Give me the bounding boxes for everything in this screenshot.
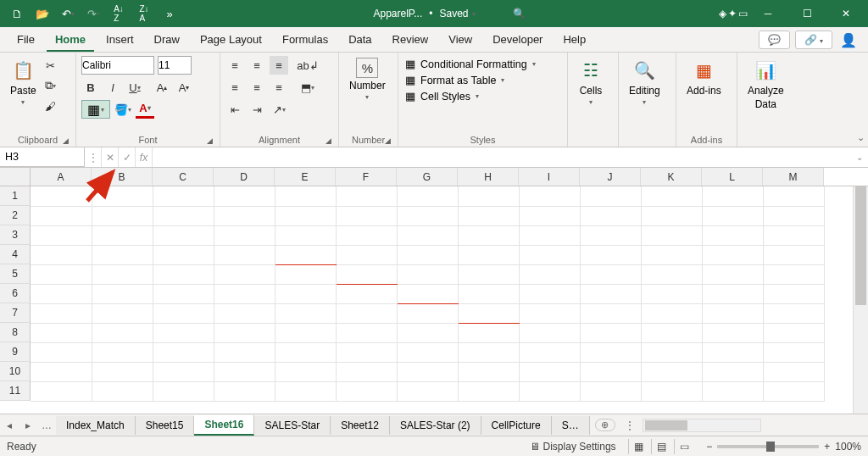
account-icon[interactable]: 👤 <box>837 32 860 48</box>
row-header[interactable]: 6 <box>0 284 31 303</box>
minimize-button[interactable]: ─ <box>749 1 787 26</box>
new-sheet-button[interactable]: ⊕ <box>595 419 615 431</box>
name-box[interactable] <box>0 147 85 167</box>
align-left-icon[interactable]: ≡ <box>225 78 244 97</box>
shrink-font-button[interactable]: A▾ <box>175 78 193 97</box>
grow-font-button[interactable]: A▴ <box>153 78 171 97</box>
increase-indent-icon[interactable]: ⇥ <box>248 100 266 119</box>
sheet-tab[interactable]: Sheet15 <box>136 416 195 435</box>
col-header[interactable]: C <box>153 168 214 186</box>
row-header[interactable]: 8 <box>0 323 31 342</box>
font-name-select[interactable] <box>81 56 154 75</box>
ribbon-display-icon[interactable]: ▭ <box>738 8 748 19</box>
new-file-icon[interactable]: 🗋 <box>7 3 27 24</box>
copy-icon[interactable]: ⧉▾ <box>42 76 60 95</box>
coming-soon-icon[interactable]: ✦ <box>728 8 737 19</box>
zoom-in-button[interactable]: + <box>824 441 830 453</box>
maximize-button[interactable]: ☐ <box>788 1 826 26</box>
sheet-tab[interactable]: S… <box>552 416 590 435</box>
paste-button[interactable]: 📋 Paste ▾ <box>5 56 42 108</box>
sheet-tab[interactable]: Sheet16 <box>194 415 254 436</box>
row-header[interactable]: 7 <box>0 303 31 323</box>
borders-button[interactable]: ▦▾ <box>81 100 110 119</box>
col-header[interactable]: E <box>275 168 336 186</box>
font-launcher-icon[interactable]: ◢ <box>207 136 213 145</box>
italic-button[interactable]: I <box>103 78 122 97</box>
analyze-data-button[interactable]: 📊AnalyzeData <box>743 56 789 112</box>
tab-view[interactable]: View <box>440 28 481 52</box>
save-state[interactable]: Saved ▾ <box>440 8 476 19</box>
col-header[interactable]: J <box>580 168 641 186</box>
col-header[interactable]: L <box>702 168 763 186</box>
editing-button[interactable]: 🔍Editing▾ <box>624 56 665 108</box>
row-header[interactable]: 2 <box>0 206 31 225</box>
format-as-table-button[interactable]: ▦Format as Table▾ <box>403 72 506 88</box>
orientation-icon[interactable]: ↗▾ <box>270 100 288 119</box>
vertical-scrollbar[interactable] <box>853 186 868 414</box>
tab-draw[interactable]: Draw <box>146 28 188 52</box>
clipboard-launcher-icon[interactable]: ◢ <box>63 136 69 145</box>
worksheet-grid[interactable]: A B C D E F G H I J K L M 1 2 3 4 5 6 7 … <box>0 168 868 414</box>
number-launcher-icon[interactable]: ◢ <box>385 136 391 145</box>
qat-overflow-icon[interactable]: » <box>159 3 180 24</box>
alignment-launcher-icon[interactable]: ◢ <box>326 136 331 145</box>
collapse-ribbon-icon[interactable]: ⌄ <box>857 132 865 143</box>
namebox-dropdown-icon[interactable]: ⋮ <box>85 147 102 167</box>
cells-button[interactable]: ☷Cells▾ <box>573 56 609 108</box>
decrease-indent-icon[interactable]: ⇤ <box>225 100 244 119</box>
tab-developer[interactable]: Developer <box>484 28 551 52</box>
col-header[interactable]: I <box>519 168 580 186</box>
row-header[interactable]: 1 <box>0 186 31 206</box>
zoom-level[interactable]: 100% <box>835 441 861 453</box>
col-header[interactable]: D <box>214 168 275 186</box>
select-all-corner[interactable] <box>0 168 31 186</box>
tab-page-layout[interactable]: Page Layout <box>192 28 270 52</box>
format-painter-icon[interactable]: 🖌 <box>42 97 60 115</box>
tab-help[interactable]: Help <box>554 28 594 52</box>
tab-split-handle[interactable]: ⋮ <box>620 419 639 431</box>
comments-button[interactable]: 💬 <box>759 31 790 49</box>
col-header[interactable]: H <box>458 168 519 186</box>
display-settings-button[interactable]: 🖥 Display Settings <box>530 441 615 453</box>
close-button[interactable]: ✕ <box>827 1 865 26</box>
align-bottom-icon[interactable]: ≡ <box>270 56 288 75</box>
normal-view-icon[interactable]: ▦ <box>628 439 648 454</box>
tab-formulas[interactable]: Formulas <box>274 28 337 52</box>
enter-formula-icon[interactable]: ✓ <box>119 147 136 167</box>
redo-icon[interactable]: ↷▾ <box>83 3 103 24</box>
row-header[interactable]: 5 <box>0 264 31 284</box>
sort-asc-icon[interactable]: A↓Z <box>108 3 129 24</box>
font-size-select[interactable] <box>158 56 192 75</box>
align-top-icon[interactable]: ≡ <box>225 56 244 75</box>
col-header[interactable]: F <box>336 168 397 186</box>
tab-data[interactable]: Data <box>340 28 380 52</box>
sheet-nav-next-icon[interactable]: ▸ <box>19 419 37 431</box>
cut-icon[interactable]: ✂ <box>42 56 60 75</box>
underline-button[interactable]: U▾ <box>125 78 144 97</box>
tab-insert[interactable]: Insert <box>97 28 142 52</box>
row-header[interactable]: 10 <box>0 362 31 381</box>
wrap-text-button[interactable]: ab↲ <box>298 56 317 75</box>
conditional-formatting-button[interactable]: ▦Conditional Formatting▾ <box>403 56 537 72</box>
zoom-out-button[interactable]: − <box>706 441 712 453</box>
sort-desc-icon[interactable]: Z↓A <box>134 3 154 24</box>
fx-icon[interactable]: fx <box>136 147 153 167</box>
tab-file[interactable]: File <box>8 28 43 52</box>
cell-styles-button[interactable]: ▦Cell Styles▾ <box>403 88 481 104</box>
row-header[interactable]: 3 <box>0 225 31 245</box>
merge-center-button[interactable]: ⬒▾ <box>298 78 317 97</box>
col-header[interactable]: A <box>31 168 92 186</box>
col-header[interactable]: M <box>763 168 824 186</box>
align-center-icon[interactable]: ≡ <box>248 78 266 97</box>
number-button[interactable]: % Number ▾ <box>344 56 391 103</box>
tab-home[interactable]: Home <box>47 28 94 52</box>
zoom-slider[interactable] <box>717 445 819 448</box>
sheet-tab[interactable]: Sheet12 <box>331 416 390 435</box>
open-file-icon[interactable]: 📂 <box>32 3 53 24</box>
row-header[interactable]: 4 <box>0 245 31 264</box>
page-layout-view-icon[interactable]: ▤ <box>651 439 671 454</box>
horizontal-scrollbar[interactable] <box>643 419 761 432</box>
sheet-nav-more-icon[interactable]: … <box>37 419 56 431</box>
row-header[interactable]: 11 <box>0 381 31 401</box>
expand-formula-bar-icon[interactable]: ⌄ <box>851 147 868 167</box>
